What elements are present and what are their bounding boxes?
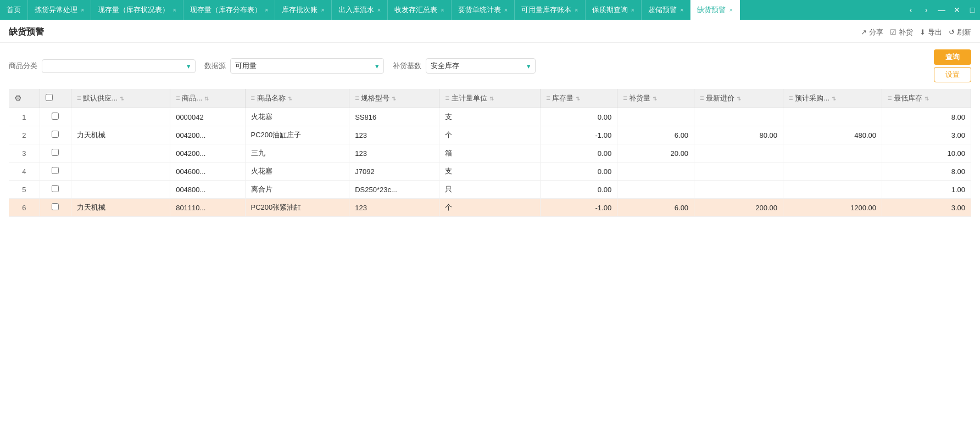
- datasource-filter-group: 数据源 可用量 ▾: [204, 58, 384, 74]
- cell-min_stock-4: 8.00: [882, 163, 971, 181]
- tab-item-overstock[interactable]: 超储预警×: [642, 0, 691, 20]
- tab-item-defect-handle[interactable]: 拣货异常处理×: [28, 0, 91, 20]
- tab-close-inventory-status[interactable]: ×: [172, 7, 176, 13]
- export-btn[interactable]: ⬇ 导出: [920, 27, 942, 37]
- sort-icon-stock: ⇅: [576, 96, 580, 102]
- tab-close-in-out-flow[interactable]: ×: [377, 7, 381, 13]
- datasource-select[interactable]: 可用量 ▾: [230, 58, 384, 74]
- row-checkbox-4[interactable]: [40, 163, 71, 181]
- cell-unit-6: 个: [439, 199, 541, 217]
- cell-product_name-5: 离合片: [245, 181, 349, 199]
- refresh-label: 刷新: [957, 27, 971, 37]
- row-checkbox-5[interactable]: [40, 181, 71, 199]
- tab-item-home[interactable]: 首页: [0, 0, 28, 20]
- row-checkbox-6[interactable]: [40, 199, 71, 217]
- cell-default_supplier-4: [71, 163, 170, 181]
- table-row: 2力天机械004200...PC200油缸庄子123个-1.006.0080.0…: [9, 126, 971, 144]
- cell-min_stock-6: 3.00: [882, 199, 971, 217]
- tab-label-demand-stat: 要货单统计表: [458, 5, 501, 15]
- table-row: 10000042火花塞SS816支0.008.00: [9, 108, 971, 126]
- col-header-product_code[interactable]: ≡ 商品...⇅: [170, 89, 245, 108]
- row-checkbox-1[interactable]: [40, 108, 71, 126]
- tab-close-batch-account[interactable]: ×: [321, 7, 324, 13]
- replenish-base-select[interactable]: 安全库存 ▾: [426, 58, 536, 74]
- tab-minimize-btn[interactable]: —: [934, 0, 949, 20]
- table-container: ⚙≡ 默认供应...⇅≡ 商品...⇅≡ 商品名称⇅≡ 规格型号⇅≡ 主计量单位…: [0, 89, 980, 217]
- cell-min_stock-1: 8.00: [882, 108, 971, 126]
- tab-close-avail-ledger[interactable]: ×: [575, 7, 578, 13]
- table-body: 10000042火花塞SS816支0.008.002力天机械004200...P…: [9, 108, 971, 217]
- replenish-btn[interactable]: ☑ 补货: [890, 27, 913, 37]
- cell-replenish-6: 6.00: [617, 199, 694, 217]
- row-checkbox-2[interactable]: [40, 126, 71, 144]
- cell-default_supplier-2: 力天机械: [71, 126, 170, 144]
- tab-prev-btn[interactable]: ‹: [903, 0, 918, 20]
- tab-close-recv-summary[interactable]: ×: [441, 7, 444, 13]
- cell-replenish-3: 20.00: [617, 144, 694, 163]
- tab-close-inventory-dist[interactable]: ×: [265, 7, 268, 13]
- cell-unit-2: 个: [439, 126, 541, 144]
- cell-min_stock-3: 10.00: [882, 144, 971, 163]
- gear-icon[interactable]: ⚙: [14, 93, 21, 103]
- tab-item-avail-ledger[interactable]: 可用量库存账本×: [515, 0, 585, 20]
- sort-icon-replenish: ⇅: [653, 96, 657, 102]
- col-header-unit[interactable]: ≡ 主计量单位⇅: [439, 89, 541, 108]
- sort-icon-min_stock: ⇅: [925, 96, 929, 102]
- col-header-spec[interactable]: ≡ 规格型号⇅: [349, 89, 439, 108]
- category-arrow-icon: ▾: [187, 62, 191, 70]
- row-num-1: 1: [9, 108, 40, 126]
- tab-label-avail-ledger: 可用量库存账本: [521, 5, 571, 15]
- share-btn[interactable]: ↗ 分享: [861, 27, 883, 37]
- tab-next-btn[interactable]: ›: [918, 0, 934, 20]
- cell-stock-3: 0.00: [541, 144, 617, 163]
- tab-close-shortage[interactable]: ×: [729, 7, 732, 13]
- tab-item-expire-query[interactable]: 保质期查询×: [586, 0, 642, 20]
- cell-spec-1: SS816: [349, 108, 439, 126]
- cell-default_supplier-3: [71, 144, 170, 163]
- col-header-stock[interactable]: ≡ 库存量⇅: [541, 89, 617, 108]
- tab-item-demand-stat[interactable]: 要货单统计表×: [452, 0, 515, 20]
- tab-item-inventory-dist[interactable]: 现存量（库存分布表）×: [183, 0, 275, 20]
- col-header-replenish[interactable]: ≡ 补货量⇅: [617, 89, 694, 108]
- refresh-btn[interactable]: ↺ 刷新: [949, 27, 971, 37]
- col-header-product_name[interactable]: ≡ 商品名称⇅: [245, 89, 349, 108]
- cell-est_purchase-5: [783, 181, 882, 199]
- col-header-settings: ⚙: [9, 89, 40, 108]
- col-label-product_code: ≡ 商品...: [176, 94, 202, 102]
- cell-product_name-6: PC200张紧油缸: [245, 199, 349, 217]
- table-row: 6力天机械801110...PC200张紧油缸123个-1.006.00200.…: [9, 199, 971, 217]
- tab-close-defect-handle[interactable]: ×: [81, 7, 84, 13]
- tab-item-batch-account[interactable]: 库存批次账×: [275, 0, 331, 20]
- settings-button[interactable]: 设置: [934, 67, 971, 82]
- page-content: 缺货预警 ↗ 分享 ☑ 补货 ⬇ 导出 ↺ 刷新 商品分类: [0, 20, 980, 437]
- col-header-default_supplier[interactable]: ≡ 默认供应...⇅: [71, 89, 170, 108]
- cell-product_code-3: 004200...: [170, 144, 245, 163]
- replenish-base-arrow-icon: ▾: [527, 62, 531, 70]
- tab-item-inventory-status[interactable]: 现存量（库存状况表）×: [91, 0, 183, 20]
- table-row: 4004600...火花塞J7092支0.008.00: [9, 163, 971, 181]
- col-header-est_purchase[interactable]: ≡ 预计采购...⇅: [783, 89, 882, 108]
- cell-unit-3: 箱: [439, 144, 541, 163]
- sort-icon-latest_price: ⇅: [737, 96, 741, 102]
- cell-min_stock-2: 3.00: [882, 126, 971, 144]
- sort-icon-default_supplier: ⇅: [120, 96, 124, 102]
- header-actions: ↗ 分享 ☑ 补货 ⬇ 导出 ↺ 刷新: [861, 27, 971, 37]
- col-header-min_stock[interactable]: ≡ 最低库存⇅: [882, 89, 971, 108]
- tab-expand-btn[interactable]: □: [965, 0, 980, 20]
- tab-close-overstock[interactable]: ×: [680, 7, 683, 13]
- tab-item-shortage[interactable]: 缺货预警×: [691, 0, 739, 20]
- replenish-base-value: 安全库存: [431, 61, 459, 71]
- row-checkbox-3[interactable]: [40, 144, 71, 163]
- query-button[interactable]: 查询: [934, 49, 971, 65]
- tab-close-demand-stat[interactable]: ×: [504, 7, 508, 13]
- cell-default_supplier-1: [71, 108, 170, 126]
- row-num-2: 2: [9, 126, 40, 144]
- col-label-est_purchase: ≡ 预计采购...: [789, 94, 829, 102]
- tab-close-all-btn[interactable]: ✕: [949, 0, 965, 20]
- tab-close-expire-query[interactable]: ×: [631, 7, 634, 13]
- tab-item-recv-summary[interactable]: 收发存汇总表×: [388, 0, 451, 20]
- col-header-latest_price[interactable]: ≡ 最新进价⇅: [694, 89, 783, 108]
- select-all-checkbox[interactable]: [46, 94, 53, 101]
- tab-item-in-out-flow[interactable]: 出入库流水×: [332, 0, 388, 20]
- category-select[interactable]: ▾: [42, 59, 196, 73]
